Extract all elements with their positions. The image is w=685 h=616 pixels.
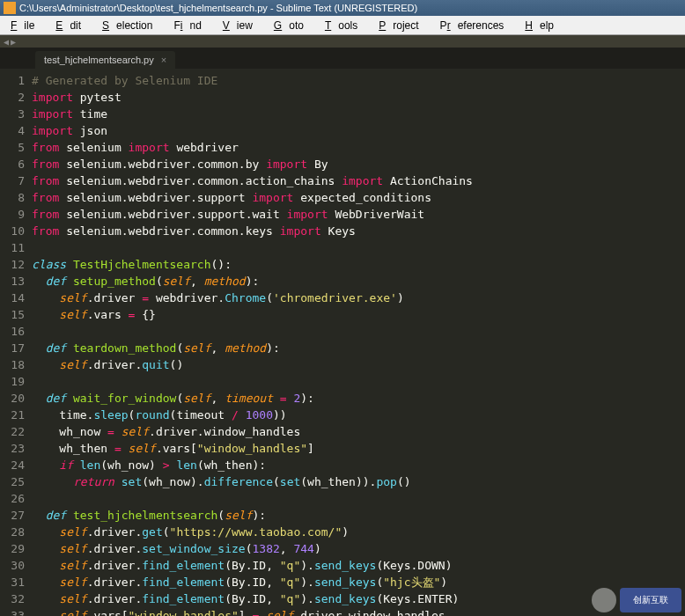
line-number: 16 [4,323,25,340]
code-line[interactable] [32,239,685,256]
menu-selection[interactable]: Selection [95,18,166,33]
menu-preferences[interactable]: Preferences [433,18,519,33]
line-number: 28 [4,524,25,540]
code-line[interactable]: from selenium.webdriver.common.action_ch… [32,172,685,189]
code-line[interactable]: self.driver = webdriver.Chrome('chromedr… [32,290,685,306]
line-number: 19 [4,373,25,390]
code-line[interactable]: wh_now = self.driver.window_handles [32,423,685,440]
code-line[interactable]: import pytest [32,89,685,106]
line-number: 5 [4,139,25,156]
line-number: 3 [4,106,25,122]
code-line[interactable]: self.vars = {} [32,306,685,323]
code-line[interactable]: self.driver.quit() [32,356,685,373]
line-number: 8 [4,189,25,206]
code-area[interactable]: # Generated by Selenium IDEimport pytest… [32,69,685,616]
code-line[interactable]: self.driver.get("https://www.taobao.com/… [32,524,685,540]
toolbar: ◀ ▶ [0,35,685,48]
watermark-logo: 创新互联 [620,588,681,612]
code-line[interactable]: # Generated by Selenium IDE [32,72,685,89]
line-number: 6 [4,156,25,172]
line-number: 15 [4,306,25,323]
code-line[interactable]: self.vars["window_handles"] = self.drive… [32,607,685,616]
line-number: 27 [4,507,25,524]
code-line[interactable]: from selenium.webdriver.common.by import… [32,156,685,172]
code-line[interactable]: self.driver.find_element(By.ID, "q").sen… [32,590,685,607]
tab-bar: test_hjchelmentsearch.py × [0,48,685,69]
line-number: 20 [4,390,25,407]
menu-bar: File Edit Selection Find View Goto Tools… [0,16,685,35]
code-line[interactable]: from selenium.webdriver.support.wait imp… [32,206,685,223]
line-number: 33 [4,607,25,616]
window-titlebar[interactable]: C:\Users\Administrator\Desktop\test_hjch… [0,0,685,16]
menu-file[interactable]: File [4,18,48,33]
line-number: 25 [4,473,25,490]
line-number: 17 [4,340,25,356]
line-number: 4 [4,122,25,139]
code-line[interactable]: import time [32,106,685,122]
menu-edit[interactable]: Edit [48,18,95,33]
code-line[interactable]: import json [32,122,685,139]
line-number: 29 [4,540,25,557]
line-number: 31 [4,574,25,590]
code-line[interactable]: time.sleep(round(timeout / 1000)) [32,407,685,423]
line-number: 13 [4,273,25,290]
line-number: 9 [4,206,25,223]
code-line[interactable]: def teardown_method(self, method): [32,340,685,356]
code-line[interactable]: def wait_for_window(self, timeout = 2): [32,390,685,407]
menu-tools[interactable]: Tools [318,18,372,33]
line-number: 23 [4,440,25,457]
code-line[interactable] [32,490,685,507]
tab-active[interactable]: test_hjchelmentsearch.py × [35,51,175,69]
code-line[interactable]: if len(wh_now) > len(wh_then): [32,457,685,473]
watermark: 创新互联 [592,588,681,612]
menu-goto[interactable]: Goto [267,18,318,33]
line-number-gutter: 1234567891011121314151617181920212223242… [0,69,32,616]
code-line[interactable]: self.driver.find_element(By.ID, "q").sen… [32,574,685,590]
line-number: 32 [4,590,25,607]
line-number: 18 [4,356,25,373]
nav-back-icon[interactable]: ◀ [4,37,9,47]
code-line[interactable]: wh_then = self.vars["window_handles"] [32,440,685,457]
line-number: 10 [4,223,25,239]
line-number: 12 [4,256,25,273]
line-number: 11 [4,239,25,256]
menu-find[interactable]: Find [166,18,215,33]
code-line[interactable] [32,323,685,340]
code-line[interactable]: def setup_method(self, method): [32,273,685,290]
app-icon [4,2,16,14]
menu-help[interactable]: Help [518,18,568,33]
menu-project[interactable]: Project [372,18,432,33]
tab-label: test_hjchelmentsearch.py [44,55,154,65]
code-line[interactable]: from selenium.webdriver.common.keys impo… [32,223,685,239]
wechat-icon [592,588,616,612]
window-title: C:\Users\Administrator\Desktop\test_hjch… [19,3,417,13]
line-number: 7 [4,172,25,189]
code-line[interactable]: def test_hjchelmentsearch(self): [32,507,685,524]
nav-forward-icon[interactable]: ▶ [11,37,16,47]
code-line[interactable]: from selenium.webdriver.support import e… [32,189,685,206]
tab-close-icon[interactable]: × [161,55,166,65]
line-number: 21 [4,407,25,423]
line-number: 24 [4,457,25,473]
line-number: 14 [4,290,25,306]
code-line[interactable] [32,373,685,390]
code-line[interactable]: self.driver.set_window_size(1382, 744) [32,540,685,557]
code-line[interactable]: from selenium import webdriver [32,139,685,156]
code-line[interactable]: class TestHjchelmentsearch(): [32,256,685,273]
editor: 1234567891011121314151617181920212223242… [0,69,685,616]
line-number: 2 [4,89,25,106]
code-line[interactable]: return set(wh_now).difference(set(wh_the… [32,473,685,490]
menu-view[interactable]: View [216,18,267,33]
line-number: 22 [4,423,25,440]
line-number: 1 [4,72,25,89]
line-number: 26 [4,490,25,507]
line-number: 30 [4,557,25,574]
code-line[interactable]: self.driver.find_element(By.ID, "q").sen… [32,557,685,574]
